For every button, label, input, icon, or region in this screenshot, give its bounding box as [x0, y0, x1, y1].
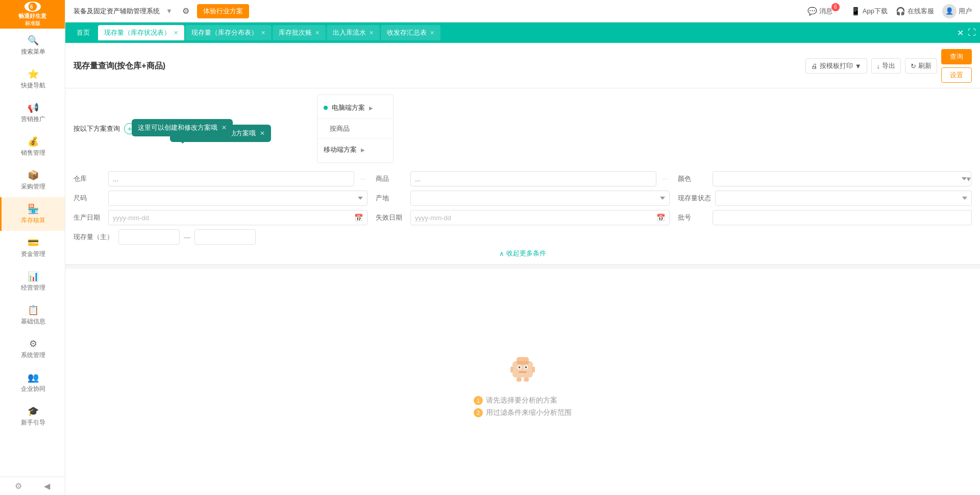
message-icon: 💬: [807, 7, 817, 16]
batch-input[interactable]: [713, 210, 972, 225]
page-actions: 🖨 按模板打印 ▼ ↓ 导出 ↻ 刷新 查询 设置: [805, 49, 972, 83]
system-title: 装备及固定资产辅助管理系统: [74, 7, 160, 16]
tab-bar: 首页 现存量（库存状况表） ✕ 现存量（库存分布表） ✕ 库存批次账 ✕ 出入库…: [65, 22, 980, 43]
purchase-icon: 📦: [28, 170, 39, 181]
sidebar-item-marketing[interactable]: 📢 营销推广: [0, 96, 65, 130]
app-download-btn[interactable]: 📱 App下载: [851, 7, 888, 16]
refresh-btn[interactable]: ↻ 刷新: [905, 58, 937, 74]
production-date-placeholder: yyyy-mm-dd: [113, 214, 149, 222]
desktop-scheme-item[interactable]: 电脑端方案 ▶: [317, 99, 393, 116]
color-label: 颜色: [678, 174, 708, 183]
template-print-btn[interactable]: 🖨 按模板打印 ▼: [805, 58, 867, 74]
production-date-input[interactable]: yyyy-mm-dd 📅: [108, 210, 368, 225]
stock-status-label: 现存量状态: [678, 194, 711, 203]
svg-rect-12: [524, 378, 529, 382]
tooltip-close-btn[interactable]: ✕: [260, 130, 265, 137]
stock-status-filter: 现存量状态: [678, 191, 972, 206]
tab-close-icon[interactable]: ✕: [174, 30, 178, 36]
tab-close-icon[interactable]: ✕: [261, 30, 265, 36]
sidebar-item-label: 营销推广: [21, 115, 45, 124]
tooltip2-close-btn[interactable]: ✕: [222, 124, 227, 131]
avatar: 👤: [942, 4, 957, 18]
goods-input[interactable]: [410, 171, 656, 186]
add-icon: +: [128, 125, 132, 133]
finance-icon: 💳: [28, 237, 39, 248]
export-btn[interactable]: ↓ 导出: [871, 58, 901, 74]
calendar-icon2: 📅: [656, 214, 665, 222]
sidebar-item-collab[interactable]: 👥 企业协同: [0, 366, 65, 399]
tab-summary[interactable]: 收发存汇总表 ✕: [381, 25, 440, 40]
size-filter: 尺码: [74, 191, 368, 206]
filter-grid-row3: 生产日期 yyyy-mm-dd 📅 失效日期 yyyy-mm-dd 📅 批号: [74, 210, 972, 225]
collapse-btn[interactable]: ∧ 收起更多条件: [74, 249, 972, 258]
warehouse-input[interactable]: [108, 171, 354, 186]
svg-rect-3: [517, 357, 529, 364]
stock-qty-min-input[interactable]: [118, 229, 180, 245]
phone-icon: 📱: [851, 7, 861, 16]
template-print-label: 按模板打印: [820, 61, 853, 70]
sidebar-item-label: 库存核算: [21, 216, 45, 225]
support-icon: 🎧: [896, 7, 905, 16]
origin-select[interactable]: [410, 191, 670, 206]
stock-status-select[interactable]: [715, 191, 972, 206]
header-settings-icon[interactable]: ⚙: [179, 4, 193, 18]
tab-close-icon[interactable]: ✕: [315, 30, 320, 36]
user-btn[interactable]: 👤 用户: [942, 4, 972, 18]
origin-filter: 产地: [376, 191, 670, 206]
sidebar-item-management[interactable]: 📊 经营管理: [0, 265, 65, 298]
industry-btn[interactable]: 体验行业方案: [197, 4, 249, 18]
production-date-label: 生产日期: [74, 213, 104, 222]
inventory-icon: 🏪: [28, 203, 39, 215]
reset-btn[interactable]: 设置: [941, 67, 972, 83]
sidebar-item-system[interactable]: ⚙ 系统管理: [0, 332, 65, 366]
expiry-date-input[interactable]: yyyy-mm-dd 📅: [410, 210, 670, 225]
color-filter: 颜色 ▼: [678, 171, 972, 186]
stock-qty-max-input[interactable]: [194, 229, 256, 245]
color-select[interactable]: [713, 171, 971, 186]
sidebar-item-guide[interactable]: 🎓 新手引导: [0, 399, 65, 433]
tab-close-icon[interactable]: ✕: [369, 30, 374, 36]
step2-text: 用过滤条件来缩小分析范围: [486, 408, 572, 417]
tab-close-all-icon[interactable]: ✕: [957, 28, 964, 38]
tab-close-icon[interactable]: ✕: [430, 30, 434, 36]
origin-label: 产地: [376, 194, 406, 203]
sidebar-item-finance[interactable]: 💳 资金管理: [0, 231, 65, 265]
search-btn[interactable]: 查询: [941, 49, 972, 64]
tab-home[interactable]: 首页: [69, 25, 97, 40]
sidebar-footer: ⚙ ◀: [0, 477, 65, 495]
empty-illustration: [502, 347, 543, 388]
sidebar-item-label: 系统管理: [21, 351, 45, 360]
base-info-icon: 📋: [28, 304, 39, 316]
sidebar-item-purchase[interactable]: 📦 采购管理: [0, 163, 65, 197]
sidebar-settings-btn[interactable]: ⚙: [15, 481, 22, 491]
size-select[interactable]: [108, 191, 368, 206]
search-icon: 🔍: [28, 35, 39, 46]
tab-label: 现存量（库存分布表）: [191, 28, 258, 37]
page-title-row: 现存量查询(按仓库+商品) 🖨 按模板打印 ▼ ↓ 导出 ↻ 刷新: [74, 49, 972, 83]
filter-area: 按以下方案查询 + ✎ ← 电脑方案可设为移动方案哦 ✕: [65, 88, 980, 265]
scheme-panel: 电脑端方案 ▶ 按商品 移动端方案 ▶: [317, 95, 394, 163]
app-badge: 标准版: [25, 20, 40, 27]
mobile-scheme-item[interactable]: 移动端方案 ▶: [317, 141, 393, 158]
user-label: 用户: [959, 7, 972, 16]
tab-expand-icon[interactable]: ⛶: [968, 28, 976, 38]
sidebar-item-sales[interactable]: 💰 销售管理: [0, 130, 65, 163]
refresh-icon: ↻: [911, 62, 916, 70]
sub-scheme-item[interactable]: 按商品: [317, 121, 393, 136]
sidebar-item-label: 基础信息: [21, 317, 45, 326]
sidebar-collapse-btn[interactable]: ◀: [44, 481, 50, 491]
sidebar-item-nav[interactable]: ⭐ 快捷导航: [0, 62, 65, 96]
tab-inventory-status[interactable]: 现存量（库存状况表） ✕: [98, 25, 184, 40]
logo-icon: 6: [24, 2, 41, 12]
sidebar-item-base-info[interactable]: 📋 基础信息: [0, 298, 65, 332]
tab-inout[interactable]: 出入库流水 ✕: [327, 25, 380, 40]
tab-inventory-dist[interactable]: 现存量（库存分布表） ✕: [185, 25, 272, 40]
sidebar-item-label: 企业协同: [21, 385, 45, 393]
sidebar-item-search[interactable]: 🔍 搜索菜单: [0, 29, 65, 62]
messages-badge: 6: [831, 3, 840, 11]
empty-area: 1 请先选择要分析的方案 2 用过滤条件来缩小分析范围: [65, 269, 980, 495]
tab-batch[interactable]: 库存批次账 ✕: [273, 25, 326, 40]
sidebar-item-inventory[interactable]: 🏪 库存核算: [0, 197, 65, 231]
online-support-btn[interactable]: 🎧 在线客服: [896, 7, 934, 16]
messages-btn[interactable]: 💬 消息 6: [807, 7, 843, 16]
